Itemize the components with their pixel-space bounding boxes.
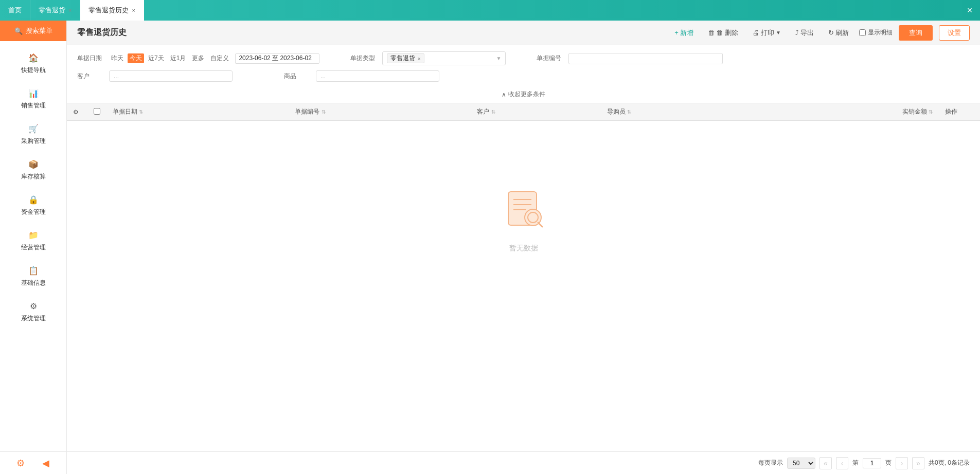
date-range-input[interactable]: [235, 53, 319, 64]
finance-icon: 🔒: [27, 193, 40, 206]
goods-select[interactable]: ...: [316, 70, 439, 82]
search-icon: 🔍: [14, 27, 23, 35]
th-customer[interactable]: 客户: [471, 103, 600, 121]
date-opt-last1m[interactable]: 近1月: [168, 53, 188, 63]
doc-type-filter: 单据类型 零售退货 × ▼: [350, 51, 506, 65]
sidebar-item-purchase-mgmt-label: 采购管理: [21, 137, 46, 145]
collapse-label: 收起更多条件: [508, 90, 545, 99]
doc-type-tag-label: 零售退货: [390, 54, 415, 63]
th-ops-label: 操作: [945, 108, 957, 115]
sidebar-item-biz-mgmt[interactable]: 📁 经营管理: [0, 223, 66, 258]
sidebar-item-sys-mgmt[interactable]: ⚙ 系统管理: [0, 294, 66, 329]
refresh-icon: ↻: [828, 29, 834, 37]
show-detail-toggle[interactable]: 显示明细: [859, 28, 893, 37]
sidebar-item-finance-mgmt[interactable]: 🔒 资金管理: [0, 187, 66, 223]
collapse-icon: ◀: [42, 458, 49, 469]
gear-icon: ⚙: [16, 458, 25, 469]
sidebar-settings-button[interactable]: ⚙: [13, 456, 28, 470]
page-number-input[interactable]: [863, 458, 881, 468]
tab-retail-return-close[interactable]: ×: [68, 7, 72, 13]
sidebar-bottom: ⚙ ◀: [0, 451, 66, 474]
new-button[interactable]: + 新增: [670, 26, 698, 40]
th-doc-date[interactable]: 单据日期: [106, 103, 289, 121]
customer-select[interactable]: ...: [109, 70, 233, 82]
delete-label: 🗑 删除: [716, 28, 738, 38]
window-close-button[interactable]: ×: [959, 0, 980, 21]
print-dropdown-icon: ▼: [776, 30, 781, 35]
biz-icon: 📁: [27, 229, 40, 241]
date-opt-more[interactable]: 更多: [190, 53, 206, 63]
tab-retail-return[interactable]: 零售退货 ×: [30, 0, 80, 21]
th-doc-num-label: 单据编号: [295, 108, 319, 115]
sidebar-item-inventory[interactable]: 📦 库存核算: [0, 152, 66, 187]
doc-type-dropdown-icon: ▼: [496, 56, 501, 61]
tab-retail-return-history[interactable]: 零售退货历史 ×: [80, 0, 144, 21]
date-opt-today[interactable]: 今天: [128, 53, 144, 63]
doc-num-input[interactable]: [568, 53, 723, 64]
sidebar-item-sys-mgmt-label: 系统管理: [21, 314, 46, 323]
page-header: 零售退货历史 + 新增 🗑 🗑 删除 🖨 打印 ▼ ⤴ 导出 ↻: [67, 21, 980, 45]
sidebar-item-finance-mgmt-label: 资金管理: [21, 208, 46, 216]
date-opt-yesterday[interactable]: 昨天: [109, 53, 126, 63]
tab-home[interactable]: 首页: [0, 0, 30, 21]
sidebar-item-quick-nav[interactable]: 🏠 快捷导航: [0, 45, 66, 81]
doc-type-select[interactable]: 零售退货 × ▼: [382, 51, 506, 65]
doc-num-filter: 单据编号: [537, 53, 723, 64]
query-button[interactable]: 查询: [899, 25, 933, 41]
tab-home-label: 首页: [8, 6, 22, 15]
next-page-button[interactable]: ›: [896, 457, 908, 469]
data-table: ⚙ 单据日期 单据编号 客户: [67, 103, 980, 121]
table-header-row: ⚙ 单据日期 单据编号 客户: [67, 103, 980, 121]
delete-icon: 🗑: [708, 29, 715, 37]
th-guide[interactable]: 导购员: [601, 103, 757, 121]
sidebar-item-sales-mgmt[interactable]: 📊 销售管理: [0, 81, 66, 116]
th-gear[interactable]: ⚙: [67, 103, 87, 121]
th-ops: 操作: [939, 103, 980, 121]
date-opt-custom[interactable]: 自定义: [208, 53, 231, 63]
empty-text: 暂无数据: [509, 244, 538, 253]
tab-retail-return-history-label: 零售退货历史: [88, 6, 129, 15]
show-detail-checkbox[interactable]: [859, 29, 866, 36]
print-button[interactable]: 🖨 打印 ▼: [749, 26, 785, 40]
table-area: ⚙ 单据日期 单据编号 客户: [67, 103, 980, 451]
sidebar-item-inventory-label: 库存核算: [21, 172, 46, 181]
home-icon: 🏠: [27, 51, 40, 64]
delete-button[interactable]: 🗑 🗑 删除: [704, 26, 742, 40]
sidebar-collapse-button[interactable]: ◀: [39, 456, 53, 470]
refresh-label: 刷新: [835, 28, 849, 38]
header-actions: + 新增 🗑 🗑 删除 🖨 打印 ▼ ⤴ 导出 ↻ 刷新: [670, 25, 970, 41]
collapse-filter-button[interactable]: ∧ 收起更多条件: [77, 87, 970, 103]
sidebar-item-sales-mgmt-label: 销售管理: [21, 101, 46, 110]
export-button[interactable]: ⤴ 导出: [791, 26, 818, 40]
first-page-button[interactable]: «: [819, 457, 832, 469]
sidebar-item-basic-info-label: 基础信息: [21, 279, 46, 287]
th-amount-label: 实销金额: [902, 108, 927, 115]
sidebar-item-purchase-mgmt[interactable]: 🛒 采购管理: [0, 116, 66, 152]
date-opt-last7[interactable]: 近7天: [146, 53, 166, 63]
sales-icon: 📊: [27, 87, 40, 99]
th-checkbox[interactable]: [87, 103, 106, 121]
sidebar-nav: 🏠 快捷导航 📊 销售管理 🛒 采购管理 📦 库存核算 🔒 资金管理 📁: [0, 41, 66, 451]
prev-page-button[interactable]: ‹: [836, 457, 848, 469]
last-page-button[interactable]: »: [912, 457, 924, 469]
refresh-button[interactable]: ↻ 刷新: [824, 26, 853, 40]
print-label: 打印: [761, 28, 774, 38]
collapse-icon: ∧: [502, 91, 506, 98]
doc-num-label: 单据编号: [537, 54, 564, 63]
select-all-checkbox[interactable]: [94, 108, 100, 115]
doc-type-tag-close[interactable]: ×: [417, 56, 420, 62]
sidebar-item-quick-nav-label: 快捷导航: [21, 66, 46, 75]
page-size-select[interactable]: 10 20 50 100: [787, 458, 815, 469]
empty-state: 暂无数据: [67, 121, 980, 316]
goods-filter: 商品 ...: [284, 70, 439, 82]
page-size-label: 每页显示: [758, 459, 783, 467]
th-doc-num[interactable]: 单据编号: [289, 103, 471, 121]
date-options: 昨天 今天 近7天 近1月 更多 自定义: [109, 53, 231, 63]
sidebar-item-basic-info[interactable]: 📋 基础信息: [0, 258, 66, 294]
sidebar-search[interactable]: 🔍 搜索菜单: [0, 21, 66, 41]
sidebar: 🔍 搜索菜单 🏠 快捷导航 📊 销售管理 🛒 采购管理 📦 库存核算 🔒: [0, 21, 67, 474]
th-amount[interactable]: 实销金额: [757, 103, 939, 121]
settings-button[interactable]: 设置: [939, 25, 970, 41]
tab-retail-return-history-close[interactable]: ×: [132, 7, 135, 13]
sys-icon: ⚙: [27, 300, 40, 312]
